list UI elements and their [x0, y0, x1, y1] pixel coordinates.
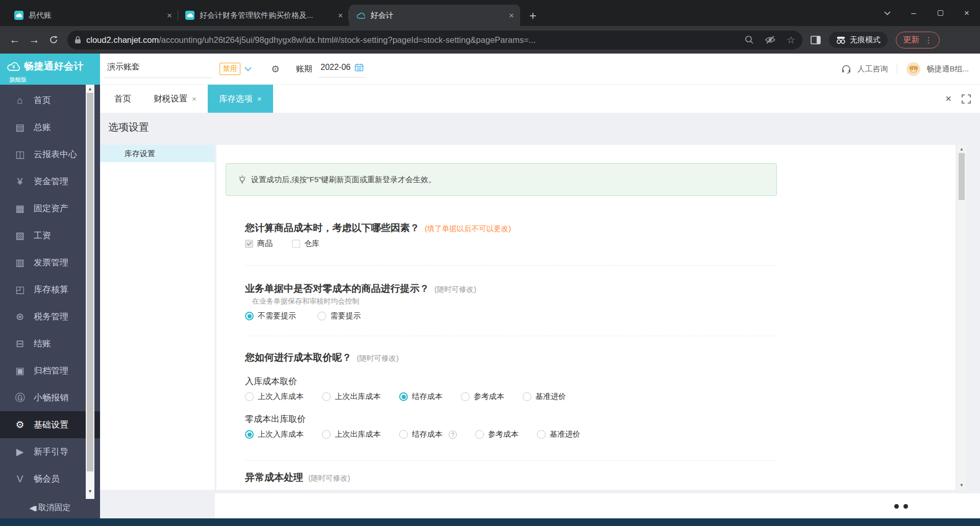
question-note: (随时可修改)	[308, 474, 350, 482]
user-avatar[interactable]	[906, 62, 920, 76]
radio-last-outbound-cost[interactable]: 上次出库成本	[322, 430, 381, 439]
browser-tab-1[interactable]: 易代账 ×	[7, 5, 178, 26]
unpin-label: 取消固定	[38, 503, 71, 513]
radio-unselected-icon	[523, 392, 531, 401]
radio-last-outbound-cost[interactable]: 上次出库成本	[322, 392, 381, 402]
subnav-item-stock-settings[interactable]: 库存设置	[100, 145, 214, 162]
tab-close-icon[interactable]: ×	[167, 11, 172, 20]
support-link[interactable]: 人工咨询	[857, 64, 888, 74]
minimize-button[interactable]: –	[900, 0, 927, 26]
app-title: 畅捷通好会计	[24, 60, 84, 73]
sidebar-item-basic-settings[interactable]: ⚙基础设置	[0, 411, 100, 438]
radio-need-prompt[interactable]: 需要提示	[317, 311, 361, 321]
zero-cost-outbound-radios: 上次入库成本 上次出库成本 结存成本? 参考成本 基准进价	[245, 430, 580, 439]
browser-tab-2[interactable]: 好会计财务管理软件购买价格及... ×	[178, 5, 349, 26]
tab-close-icon[interactable]: ×	[257, 94, 262, 103]
sidebar-item-membership[interactable]: V畅会员	[0, 465, 100, 492]
account-chevron-down-icon[interactable]	[244, 67, 252, 71]
browser-menu-dots-icon[interactable]: ⋮	[924, 35, 933, 45]
home-icon: ⌂	[13, 95, 27, 106]
sidebar-item-fixed-assets[interactable]: ▦固定资产	[0, 195, 100, 222]
unpin-sidebar-button[interactable]: ◀▮ 取消固定	[0, 503, 100, 513]
back-button[interactable]: ←	[5, 30, 24, 49]
help-icon[interactable]: ?	[449, 431, 457, 439]
content-scrollbar-thumb[interactable]	[959, 153, 965, 200]
account-set-selector[interactable]: 演示账套	[104, 60, 212, 78]
sidebar-item-funds[interactable]: ¥资金管理	[0, 168, 100, 195]
radio-label: 参考成本	[474, 392, 504, 402]
sidebar-item-archive[interactable]: ▣归档管理	[0, 357, 100, 384]
invoice-icon: ▥	[13, 257, 27, 268]
sidebar-item-closing[interactable]: ⊟结账	[0, 330, 100, 357]
question-cost-factors: 您计算商品成本时，考虑以下哪些因素？(填了单据以后不可以更改)	[245, 221, 511, 235]
sidebar-item-home[interactable]: ⌂首页	[0, 87, 100, 114]
sidebar-scrollbar[interactable]: ▲ ▼	[86, 85, 94, 499]
scroll-up-icon[interactable]: ▲	[958, 146, 966, 152]
checkbox-warehouse[interactable]: 仓库	[292, 239, 320, 248]
tab-close-icon[interactable]: ×	[338, 11, 343, 20]
tab-close-icon[interactable]: ×	[509, 11, 514, 20]
browser-tab-3-active[interactable]: 好会计 ×	[349, 5, 520, 26]
radio-last-inbound-cost[interactable]: 上次入库成本	[245, 392, 304, 402]
radio-label: 需要提示	[330, 311, 361, 321]
radio-reference-cost[interactable]: 参考成本	[461, 392, 504, 402]
radio-reference-cost[interactable]: 参考成本	[475, 430, 519, 439]
sidebar-item-inventory[interactable]: ◰库存核算	[0, 276, 100, 303]
radio-last-inbound-cost[interactable]: 上次入库成本	[245, 430, 304, 439]
close-panel-icon[interactable]: ×	[945, 93, 951, 105]
window-menu-chevron-icon[interactable]	[874, 0, 900, 26]
tab3-favicon-icon	[356, 11, 365, 20]
user-name[interactable]: 畅捷通B组...	[926, 64, 969, 74]
sidebar-item-invoices[interactable]: ▥发票管理	[0, 249, 100, 276]
url-bar[interactable]: cloud2.chanjet.com/accounting/uh26t264j5…	[67, 31, 802, 49]
bookmark-star-icon[interactable]: ☆	[787, 34, 795, 46]
update-button[interactable]: 更新 ⋮	[896, 32, 940, 48]
sidebar-item-cloud-reports[interactable]: ◫云报表中心	[0, 141, 100, 168]
sidebar-scrollbar-thumb[interactable]	[87, 93, 93, 471]
sidebar-item-label: 小畅报销	[34, 392, 68, 404]
fullscreen-icon[interactable]	[962, 94, 971, 104]
sidebar-item-tax[interactable]: ⊛税务管理	[0, 303, 100, 330]
page-tab-label: 库存选项	[219, 93, 253, 105]
sidebar-item-expense[interactable]: Ⓖ小畅报销	[0, 384, 100, 411]
period-picker[interactable]: 2022-06	[318, 61, 365, 78]
new-tab-button[interactable]: +	[525, 10, 541, 22]
content-scrollbar[interactable]: ▲ ▼	[958, 145, 966, 490]
browser-toolbar: ← → cloud2.chanjet.com/accounting/uh26t2…	[0, 26, 980, 54]
bulb-icon	[238, 175, 246, 185]
radio-unselected-icon	[245, 392, 254, 401]
account-settings-gear-icon[interactable]: ⚙	[271, 63, 280, 75]
radio-balance-cost[interactable]: 结存成本?	[399, 430, 457, 439]
section-divider	[245, 265, 777, 266]
eye-off-icon[interactable]	[765, 35, 775, 44]
scroll-up-icon[interactable]: ▲	[86, 86, 94, 91]
scroll-down-icon[interactable]: ▼	[86, 489, 94, 494]
tab-close-icon[interactable]: ×	[192, 94, 197, 103]
browser-window: 易代账 × 好会计财务管理软件购买价格及... × 好会计 × + –	[0, 0, 980, 526]
reload-button[interactable]	[44, 30, 63, 49]
forward-button[interactable]: →	[24, 30, 44, 49]
checkbox-goods[interactable]: 商品	[245, 239, 273, 248]
zoom-icon[interactable]	[745, 35, 754, 44]
sidebar-item-general-ledger[interactable]: ▤总账	[0, 114, 100, 141]
page-tab-home[interactable]: 首页	[103, 85, 142, 113]
tab-title: 好会计	[371, 11, 505, 20]
sidebar-item-label: 总账	[34, 121, 51, 133]
side-panel-icon[interactable]	[811, 36, 821, 44]
close-window-button[interactable]: ×	[953, 0, 980, 26]
radio-balance-cost[interactable]: 结存成本	[399, 392, 443, 402]
sidebar-item-salary[interactable]: ▧工资	[0, 222, 100, 249]
question-note: (填了单据以后不可以更改)	[425, 224, 511, 233]
radio-base-price[interactable]: 基准进价	[537, 430, 580, 439]
sidebar-item-beginner-guide[interactable]: ▶新手引导	[0, 438, 100, 465]
radio-no-prompt[interactable]: 不需要提示	[245, 311, 296, 321]
scroll-down-icon[interactable]: ▼	[958, 483, 966, 488]
maximize-button[interactable]	[927, 0, 953, 26]
page-tab-stock-options-active[interactable]: 库存选项 ×	[208, 85, 273, 113]
main-content: 首页 财税设置 × 库存选项 × × 选项设置 库存设置 设置成功后,须按"F5…	[100, 85, 980, 518]
question-title: 您计算商品成本时，考虑以下哪些因素？	[245, 222, 420, 233]
svg-text:¥: ¥	[12, 64, 15, 70]
radio-base-price[interactable]: 基准进价	[523, 392, 566, 402]
tab-title: 好会计财务管理软件购买价格及...	[200, 11, 334, 20]
page-tab-tax-settings[interactable]: 财税设置 ×	[142, 85, 208, 113]
